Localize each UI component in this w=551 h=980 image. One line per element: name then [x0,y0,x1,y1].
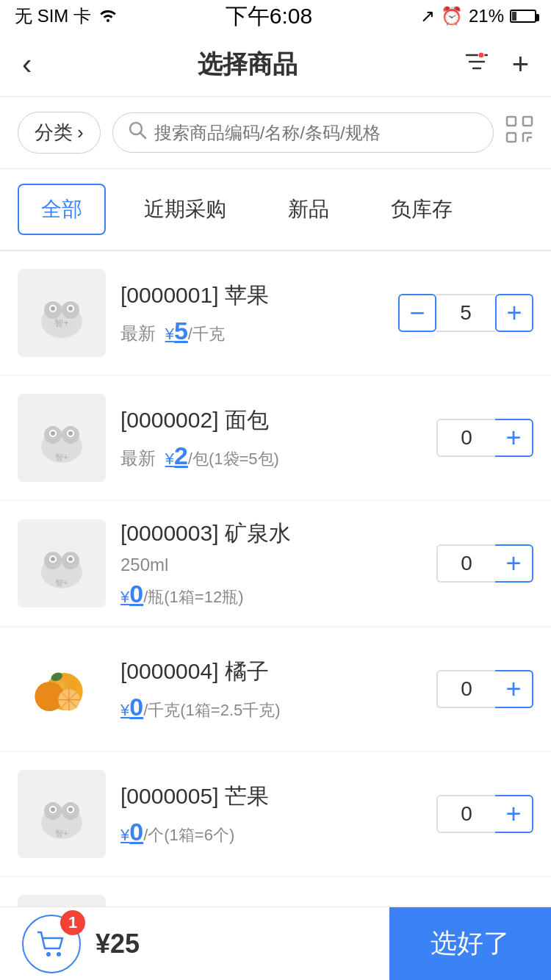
search-input[interactable] [154,123,478,143]
svg-point-52 [68,807,73,812]
product-price: ¥0/个(1箱=6个) [120,818,422,846]
increase-button[interactable]: + [495,795,533,833]
tab-recent[interactable]: 近期采购 [120,184,250,235]
status-bar: 无 SIM 卡 下午6:08 ↗ ⏰ 21% [0,0,551,32]
filter-tabs: 全部 近期采购 新品 负库存 [0,169,551,251]
increase-button[interactable]: + [495,419,533,457]
back-button[interactable]: ‹ [22,48,32,81]
svg-text:智+: 智+ [54,318,68,328]
product-info: [0000005] 芒果 ¥0/个(1箱=6个) [120,782,422,846]
svg-point-26 [51,431,55,436]
status-time: 下午6:08 [226,1,312,32]
product-image: 智+ [18,770,106,858]
product-info: [0000002] 面包 最新 ¥2/包(1袋=5包) [120,406,422,470]
tab-all[interactable]: 全部 [18,184,106,235]
status-left: 无 SIM 卡 [15,4,118,28]
quantity-control: + [436,795,533,833]
product-info: [0000001] 苹果 最新 ¥5/千克 [120,281,383,345]
confirm-label: 选好了 [431,926,510,962]
product-name: [0000003] 矿泉水 [120,519,422,549]
increase-button[interactable]: + [495,544,533,583]
svg-point-51 [51,807,55,812]
svg-text:智+: 智+ [55,453,68,461]
product-image: 智+ [18,394,106,482]
quantity-input[interactable] [436,544,495,583]
product-spec: 250ml [120,555,422,575]
search-box [112,112,494,153]
product-price: ¥0/千克(1箱=2.5千克) [120,693,422,721]
battery-text: 21% [469,6,504,26]
tab-negative[interactable]: 负库存 [367,184,476,235]
quantity-control: + [436,544,533,583]
category-label: 分类 [35,120,73,145]
product-image [18,645,106,733]
product-name: [0000002] 面包 [120,406,422,436]
decrease-button[interactable]: − [398,294,436,332]
battery-icon [510,10,536,23]
confirm-button[interactable]: 选好了 [389,907,551,981]
svg-point-27 [68,431,73,436]
quantity-input[interactable] [436,419,495,457]
list-item: [0000004] 橘子 ¥0/千克(1箱=2.5千克) + [0,627,551,751]
quantity-input[interactable] [436,670,495,708]
svg-text:智+: 智+ [55,829,68,837]
add-button[interactable]: + [512,48,529,81]
nav-actions: + [464,48,529,81]
cart-total: ¥25 [96,929,140,959]
status-right: ↗ ⏰ 21% [420,6,536,26]
svg-point-35 [68,557,73,561]
svg-text:智+: 智+ [55,578,68,587]
svg-rect-7 [523,117,532,126]
page-title: 选择商品 [198,48,298,82]
product-price: ¥0/瓶(1箱=12瓶) [120,580,422,608]
quantity-control: + [436,419,533,457]
product-image: 智+ [18,519,106,608]
toolbar: 分类 › [0,97,551,169]
product-name: [0000004] 橘子 [120,657,422,687]
carrier-text: 无 SIM 卡 [15,4,91,28]
list-item: 智+ [0000005] 芒果 ¥0/个(1箱=6个) + [0,752,551,876]
tab-new[interactable]: 新品 [264,184,353,235]
location-icon: ↗ [420,6,435,26]
svg-point-69 [46,952,51,956]
svg-point-34 [51,557,55,561]
bottom-bar: 1 ¥25 选好了 [0,907,551,980]
product-price: 最新 ¥2/包(1袋=5包) [120,442,422,470]
increase-button[interactable]: + [495,294,533,332]
svg-point-19 [51,306,55,311]
quantity-input[interactable] [436,294,495,332]
quantity-control: + [436,670,533,708]
svg-line-5 [140,133,145,138]
product-name: [0000005] 芒果 [120,782,422,812]
search-icon [128,120,147,145]
product-price: 最新 ¥5/千克 [120,317,383,345]
quantity-control: − + [398,294,533,332]
product-list: 智+ [0000001] 苹果 最新 ¥5/千克 − + [0,251,551,980]
filter-icon[interactable] [464,49,490,80]
svg-rect-6 [507,117,516,126]
svg-point-20 [68,306,73,311]
list-item: 智+ [0000001] 苹果 最新 ¥5/千克 − + [0,251,551,375]
quantity-input[interactable] [436,795,495,833]
wifi-icon [98,6,118,26]
svg-point-70 [57,952,61,956]
list-item: 智+ [0000002] 面包 最新 ¥2/包(1袋=5包) + [0,376,551,500]
product-info: [0000004] 橘子 ¥0/千克(1箱=2.5千克) [120,657,422,721]
category-button[interactable]: 分类 › [18,112,101,154]
product-name: [0000001] 苹果 [120,281,383,311]
nav-bar: ‹ 选择商品 + [0,32,551,97]
product-image: 智+ [18,269,106,357]
svg-point-3 [478,52,484,58]
product-info: [0000003] 矿泉水 250ml ¥0/瓶(1箱=12瓶) [120,519,422,608]
cart-icon-button[interactable]: 1 [22,915,81,973]
cart-badge: 1 [60,910,85,935]
list-item: 智+ [0000003] 矿泉水 250ml ¥0/瓶(1箱=12瓶) + [0,501,551,626]
svg-rect-8 [507,133,516,142]
scan-icon[interactable] [505,115,533,150]
chevron-right-icon: › [77,121,84,144]
increase-button[interactable]: + [495,670,533,708]
alarm-icon: ⏰ [441,6,463,26]
cart-section: 1 ¥25 [0,915,389,973]
